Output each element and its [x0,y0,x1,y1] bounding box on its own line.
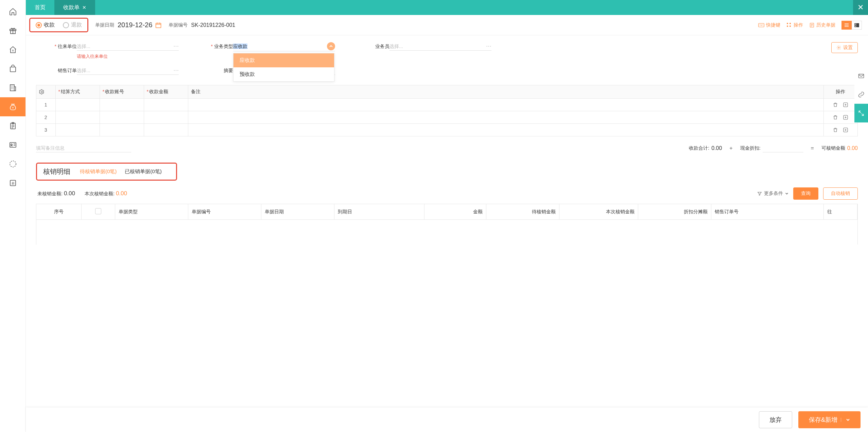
th-account: 收款账号 [105,89,124,94]
nav-new-icon[interactable]: 新 [0,173,25,193]
right-link-icon[interactable] [854,85,868,104]
salesorder-input[interactable] [77,66,179,75]
radio-unchecked-icon [63,22,69,28]
calendar-icon[interactable] [155,22,162,29]
wo-th-type: 单据类型 [115,204,188,220]
writeoff-tab-wait[interactable]: 待核销单据(0笔) [80,168,117,175]
biztype-option-receivable[interactable]: 应收款 [233,53,334,67]
save-button-label: 保存&新增 [809,416,837,424]
doc-code-value: SK-20191226-001 [191,22,235,28]
delete-row-icon[interactable] [833,115,838,120]
table-row: 1 [36,99,857,111]
svg-rect-22 [857,24,859,25]
settings-button[interactable]: 设置 [831,42,858,53]
unamt-label: 未核销金额: [37,191,63,196]
radio-receive[interactable]: 收款 [36,21,55,29]
wo-th-checkbox[interactable] [81,204,115,220]
salesperson-field: 业务员 ⋯ [349,42,491,51]
view-toggle [841,21,862,30]
svg-text:¥: ¥ [12,106,14,109]
nav-refresh-icon[interactable] [0,154,25,173]
discount-input[interactable] [763,144,803,152]
ellipsis-icon[interactable]: ⋯ [486,43,491,49]
ellipsis-icon[interactable]: ⋯ [173,67,179,73]
svg-rect-21 [857,23,859,24]
add-row-icon[interactable] [843,102,848,107]
nav-clipboard-icon[interactable] [0,116,25,135]
biztype-dropdown: 应收款 预收款 [233,53,334,82]
salesperson-input[interactable] [389,42,491,51]
svg-point-16 [789,23,791,24]
svg-point-26 [838,47,839,48]
tab-receipt[interactable]: 收款单 ✕ [54,0,95,15]
nav-price-house-icon[interactable]: $ [0,40,25,59]
form-section: *往来单位 ⋯ 请输入往来单位 *业务类型 应收款 应收款 [26,35,868,85]
wo-th-due: 到期日 [334,204,424,220]
biztype-option-prepaid[interactable]: 预收款 [233,67,334,81]
toolbar-actions[interactable]: 操作 [786,22,803,28]
auto-writeoff-button[interactable]: 自动核销 [823,187,858,200]
more-cond-label: 更多条件 [764,190,783,197]
unamt-value: 0.00 [64,190,75,197]
cur-label: 本次核销金额: [85,191,115,196]
view-card-button[interactable] [852,21,862,30]
chevron-up-icon[interactable] [327,42,335,50]
tabs-bar: 首页 收款单 ✕ ✕ [26,0,868,15]
search-button[interactable]: 查询 [793,187,818,200]
wo-th-cur-amount: 本次核销金额 [559,204,638,220]
th-method: 结算方式 [61,89,80,94]
save-and-new-button[interactable]: 保存&新增 [798,411,861,428]
bottom-action-bar: 放弃 保存&新增 [26,408,868,432]
ellipsis-icon[interactable]: ⋯ [173,43,179,49]
add-row-icon[interactable] [843,127,848,133]
writeoff-tab-done[interactable]: 已核销单据(0笔) [125,168,161,175]
partner-hint: 请输入往来单位 [77,53,179,60]
total-label: 收款合计: [689,145,709,151]
nav-money-bag-icon[interactable]: ¥ [0,97,25,116]
nav-home-icon[interactable] [0,2,25,21]
right-mail-icon[interactable] [854,66,868,85]
row-number: 1 [36,99,55,111]
svg-point-17 [787,26,788,27]
nav-profile-card-icon[interactable] [0,135,25,154]
nav-gift-icon[interactable] [0,21,25,40]
salesorder-label: 销售订单 [58,68,77,73]
row-number: 3 [36,124,55,136]
wo-th-salesorder: 销售订单号 [711,204,823,220]
tab-home[interactable]: 首页 [26,0,54,15]
remark-input[interactable] [36,144,131,152]
table-gear-icon[interactable] [36,85,55,99]
cancel-button[interactable]: 放弃 [759,411,792,428]
radio-refund[interactable]: 退款 [63,21,82,29]
wo-th-wait-amount: 待核销金额 [486,204,559,220]
toolbar-shortcut-label: 快捷键 [766,22,780,28]
close-all-tabs[interactable]: ✕ [853,0,868,15]
settings-button-label: 设置 [843,45,853,51]
view-list-button[interactable] [841,21,852,30]
wo-th-amount: 金额 [424,204,486,220]
partner-field: *往来单位 ⋯ 请输入往来单位 [36,42,179,60]
svg-rect-3 [10,67,16,72]
delete-row-icon[interactable] [833,127,838,133]
summary-label: 摘要 [224,68,233,73]
svg-rect-20 [855,23,856,25]
add-row-icon[interactable] [843,115,848,120]
wo-th-date: 单据日期 [261,204,334,220]
nav-bag-icon[interactable] [0,59,25,78]
toolbar-history[interactable]: 历史单据 [809,22,835,28]
writable-label: 可核销金额 [821,145,845,151]
tab-close-icon[interactable]: ✕ [82,5,86,10]
chevron-down-icon[interactable] [841,418,850,422]
payment-table: *结算方式 *收款账号 *收款金额 备注 操作 1 2 [36,85,858,136]
delete-row-icon[interactable] [833,102,838,107]
toolbar-shortcut[interactable]: 快捷键 [758,22,780,28]
radio-receive-label: 收款 [44,21,55,29]
wo-th-sn: 序号 [36,204,81,220]
right-expand-icon[interactable] [854,104,868,122]
svg-point-27 [41,91,42,93]
partner-input[interactable] [77,42,179,51]
total-value: 0.00 [711,145,722,151]
salesperson-label: 业务员 [375,44,389,49]
nav-building-icon[interactable] [0,78,25,97]
more-conditions[interactable]: 更多条件 [757,190,788,197]
